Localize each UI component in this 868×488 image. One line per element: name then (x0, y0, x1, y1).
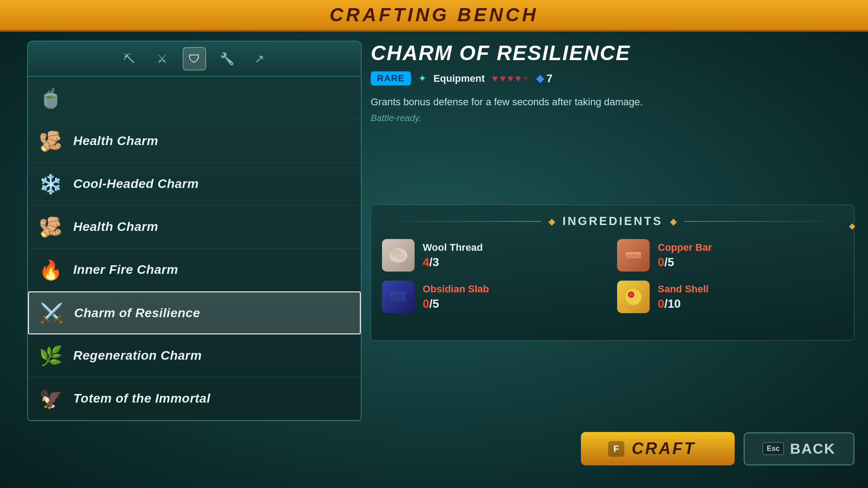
heart-1: ♥ (492, 73, 498, 84)
ingredient-obsidian-slab: Obsidian Slab 0/5 (382, 281, 608, 313)
ingredient-count-copper: 0/5 (658, 255, 712, 269)
tab-arrow[interactable]: ↗ (248, 47, 271, 70)
item-icon-container: 🌿 (35, 340, 66, 371)
heart-3: ♥ (507, 73, 513, 84)
craft-label: CRAFT (632, 439, 696, 458)
item-icon-container: ❄️ (35, 169, 66, 199)
list-item[interactable]: 🫚 Health Charm (28, 120, 361, 163)
svg-point-2 (396, 253, 405, 260)
heart-5: ♥ (523, 73, 529, 84)
list-item[interactable]: 🔥 Inner Fire Charm (28, 249, 361, 291)
back-label: BACK (790, 441, 835, 457)
diamond-left: ◆ (548, 216, 555, 227)
bottom-buttons: F CRAFT Esc BACK (581, 432, 854, 465)
window-title: CRAFTING BENCH (330, 4, 538, 26)
item-label: Totem of the Immortal (73, 391, 210, 406)
list-item[interactable]: 🦅 Totem of the Immortal (28, 377, 361, 420)
level-value: 7 (547, 72, 552, 85)
ingredient-name-wool: Wool Thread (423, 242, 483, 253)
ingredient-name-obsidian: Obsidian Slab (423, 283, 489, 295)
item-label: Health Charm (73, 220, 158, 234)
back-button[interactable]: Esc BACK (744, 432, 854, 465)
item-label: Cool-Headed Charm (73, 177, 199, 191)
item-icon: 🫚 (39, 216, 62, 238)
ingredient-copper-bar: Copper Bar 0/5 (617, 239, 843, 272)
craft-button[interactable]: F CRAFT (581, 432, 735, 465)
item-label: Inner Fire Charm (73, 263, 178, 277)
ingredients-line-right (684, 221, 843, 222)
tab-pickaxe[interactable]: ⛏ (118, 47, 141, 70)
item-icon: ❄️ (39, 173, 62, 195)
tab-shield[interactable]: 🛡 (183, 47, 206, 70)
type-badge: Equipment (434, 73, 485, 84)
ingredient-count-obsidian: 0/5 (423, 297, 489, 311)
rarity-badge: RARE (371, 71, 411, 85)
list-item[interactable]: 🫚 Health Charm (28, 206, 361, 249)
ingredient-name-copper: Copper Bar (658, 242, 712, 253)
item-label: Health Charm (73, 134, 158, 148)
item-badges: RARE ✦ Equipment ♥ ♥ ♥ ♥ ♥ ◆ 7 (371, 71, 854, 85)
item-icon: 🫚 (39, 130, 62, 152)
ingredient-sand-shell: Sand Shell 0/10 (617, 281, 843, 313)
svg-rect-5 (627, 254, 639, 255)
diamond-right: ◆ (670, 216, 677, 227)
ingredients-grid: Wool Thread 4/3 Copper Bar (382, 239, 843, 313)
ingredient-info-obsidian: Obsidian Slab 0/5 (423, 283, 489, 311)
detail-title: CHARM OF RESILIENCE (371, 41, 854, 65)
category-tabs: ⛏ ⚔ 🛡 🔧 ↗ (27, 41, 362, 77)
heart-4: ♥ (515, 73, 521, 84)
item-icon-container: ⚔️ (36, 298, 67, 328)
item-icon: 🍵 (39, 87, 62, 109)
tab-sword[interactable]: ⚔ (150, 47, 174, 70)
badge-separator: ✦ (418, 73, 426, 84)
item-icon-container: 🍵 (35, 83, 66, 113)
item-flavor: Battle-ready. (371, 113, 854, 123)
svg-rect-8 (391, 292, 406, 294)
ingredients-line-left: ◆ (382, 221, 541, 222)
ingredient-count-sand: 0/10 (658, 297, 708, 311)
ingredients-title: INGREDIENTS (562, 214, 663, 228)
item-icon: 🔥 (39, 259, 62, 281)
item-icon: ⚔️ (40, 302, 63, 324)
ingredient-icon-copper (617, 239, 650, 272)
left-panel: ⛏ ⚔ 🛡 🔧 ↗ 🍵 🫚 Health Charm ❄️ Cool-Heade… (27, 41, 362, 474)
ingredient-info-wool: Wool Thread 4/3 (423, 242, 483, 269)
ingredient-info-sand: Sand Shell 0/10 (658, 283, 708, 311)
item-icon: 🌿 (39, 345, 62, 367)
ingredients-header: ◆ ◆ INGREDIENTS ◆ (382, 214, 843, 228)
type-label: Equipment (434, 73, 485, 84)
item-label: Regeneration Charm (73, 348, 202, 363)
top-bar: CRAFTING BENCH (0, 0, 868, 32)
list-item[interactable]: 🍵 (28, 77, 361, 120)
list-item-selected[interactable]: ⚔️ Charm of Resilience (28, 291, 361, 334)
level-badge: ◆ 7 (536, 72, 552, 85)
svg-point-11 (629, 293, 633, 296)
list-item[interactable]: ❄️ Cool-Headed Charm (28, 163, 361, 206)
ingredient-icon-obsidian (382, 281, 415, 313)
item-description: Grants bonus defense for a few seconds a… (371, 94, 687, 109)
ingredient-name-sand: Sand Shell (658, 283, 708, 295)
item-icon: 🦅 (39, 388, 62, 410)
ingredient-count-wool: 4/3 (423, 255, 483, 269)
ingredient-info-copper: Copper Bar 0/5 (658, 242, 712, 269)
craft-key-label: F (608, 441, 624, 457)
list-item[interactable]: 🌿 Regeneration Charm (28, 334, 361, 377)
heart-row: ♥ ♥ ♥ ♥ ♥ (492, 73, 528, 84)
item-icon-container: 🔥 (35, 254, 66, 285)
item-icon-container: 🫚 (35, 126, 66, 156)
right-panel: CHARM OF RESILIENCE RARE ✦ Equipment ♥ ♥… (371, 41, 854, 474)
level-icon: ◆ (536, 73, 544, 84)
heart-2: ♥ (500, 73, 505, 84)
ingredient-icon-sand (617, 281, 650, 313)
ingredient-wool-thread: Wool Thread 4/3 (382, 239, 608, 272)
tab-tool[interactable]: 🔧 (215, 47, 239, 70)
svg-point-9 (625, 289, 642, 305)
item-label: Charm of Resilience (74, 306, 200, 320)
item-icon-container: 🦅 (35, 383, 66, 414)
ingredients-section: ◆ ◆ INGREDIENTS ◆ Wool Thread (371, 205, 854, 341)
ingredient-icon-wool (382, 239, 415, 272)
item-list: 🍵 🫚 Health Charm ❄️ Cool-Headed Charm 🫚 … (27, 77, 362, 421)
item-icon-container: 🫚 (35, 211, 66, 242)
back-key-label: Esc (763, 442, 783, 455)
